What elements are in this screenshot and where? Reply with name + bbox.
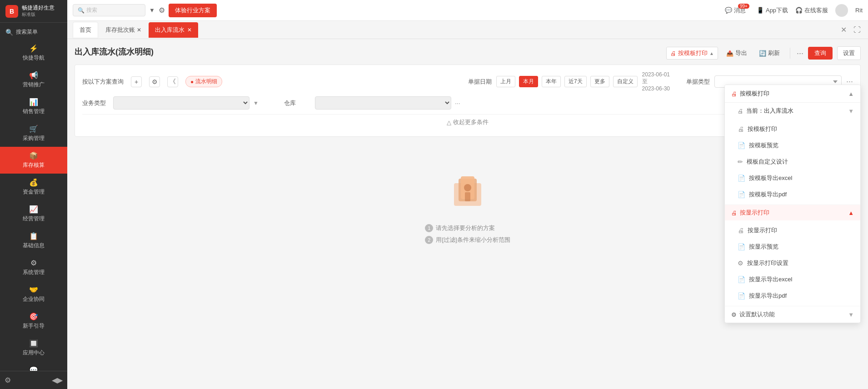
sidebar-item-sales[interactable]: 📊 销售管理 [0, 93, 67, 120]
chevron-up-icon: ▲ [709, 51, 714, 56]
dp-item-display-settings[interactable]: ⚙ 按显示打印设置 [725, 255, 860, 271]
export-button[interactable]: 📤 导出 [723, 47, 751, 59]
date-custom[interactable]: 自定义 [613, 76, 638, 87]
tip-num-1: 1 [425, 224, 433, 232]
refresh-icon: 🔄 [759, 50, 766, 57]
filter-settings-icon[interactable]: ⚙ [149, 76, 160, 87]
print-template-button[interactable]: 🖨 按模板打印 ▲ [666, 47, 718, 60]
sidebar-item-label: 营销推广 [23, 81, 45, 89]
settings-bottom-icon[interactable]: ⚙ [5, 376, 11, 384]
dp-chevron-up-icon[interactable]: ▲ [848, 90, 854, 97]
tab-flow-close-icon[interactable]: ✕ [187, 27, 192, 33]
query-button[interactable]: 查询 [808, 47, 833, 60]
sidebar-item-finance[interactable]: 💰 资金管理 [0, 174, 67, 200]
date-more[interactable]: 更多 [590, 76, 609, 87]
tab-home[interactable]: 首页 [73, 22, 98, 38]
finance-icon: 💰 [29, 178, 38, 187]
sidebar-item-inventory[interactable]: 📦 库存核算 [0, 147, 67, 174]
app-download-button[interactable]: 📱 App下载 [757, 6, 788, 15]
sidebar-item-basic[interactable]: 📋 基础信息 [0, 227, 67, 254]
biz-type-dropdown-icon[interactable]: ▼ [253, 100, 259, 106]
minimize-button[interactable]: ✕ [838, 25, 849, 35]
sales-icon: 📊 [29, 98, 38, 106]
topbar-search-box[interactable]: 🔍 搜索 [73, 4, 145, 16]
add-filter-button[interactable]: + [131, 76, 142, 87]
sidebar-item-system[interactable]: ⚙ 系统管理 [0, 254, 67, 281]
inventory-icon: 📦 [29, 151, 38, 160]
sidebar-item-quicknav[interactable]: ⚡ 快捷导航 [0, 40, 67, 66]
topbar-right: 💬 消息 99+ 📱 App下载 🎧 在线客服 Rit [725, 4, 863, 17]
empty-tip-1: 1 请先选择要分析的方案 [425, 224, 510, 232]
message-button[interactable]: 💬 消息 99+ [725, 6, 746, 15]
sidebar-item-apps[interactable]: 🔲 应用中心 [0, 334, 67, 361]
dp-item-template-preview[interactable]: 📄 按模板预览 [725, 137, 860, 154]
sidebar-item-purchase[interactable]: 🛒 采购管理 [0, 120, 67, 147]
tip-text-2: 用[过滤]条件来缩小分析范围 [436, 236, 510, 244]
dp-header-icon: 🖨 [731, 90, 737, 97]
dp-display-section-header[interactable]: 🖨 按显示打印 ▲ [725, 205, 860, 220]
preview-icon: 📄 [738, 142, 745, 149]
collapse-sidebar-icon[interactable]: ◀▶ [52, 376, 63, 384]
empty-state-icon [445, 170, 490, 215]
sidebar-item-label: 库存核算 [23, 161, 45, 169]
date-last-month[interactable]: 上月 [496, 76, 515, 87]
app-download-label: App下载 [766, 6, 788, 15]
biz-type-select[interactable] [113, 96, 249, 110]
sidebar-item-search[interactable]: 🔍 搜索菜单 [0, 25, 67, 40]
dp-item-display-export-pdf[interactable]: 📄 按显示导出pdf [725, 288, 860, 304]
settings-button[interactable]: 设置 [837, 46, 861, 60]
tab-batch-label: 库存批次账 [105, 26, 135, 33]
sidebar-item-collab[interactable]: 🤝 企业协同 [0, 281, 67, 308]
apps-icon: 🔲 [29, 339, 38, 348]
marketing-icon: 📢 [29, 71, 38, 80]
warehouse-label: 仓库 [284, 99, 311, 107]
date-7days[interactable]: 近7天 [564, 76, 587, 87]
refresh-button[interactable]: 🔄 刷新 [755, 47, 783, 59]
dp-item-display-print[interactable]: 🖨 按显示打印 [725, 222, 860, 239]
topbar-dropdown-icon[interactable]: ▼ [149, 7, 155, 14]
filter-section-label: 按以下方案查询 [82, 78, 124, 86]
more-options-icon[interactable]: ··· [797, 49, 803, 58]
date-this-month[interactable]: 本月 [519, 76, 538, 87]
biz-type-label: 业务类型 [82, 99, 110, 107]
tab-flow[interactable]: 出入库流水 ✕ [149, 22, 198, 38]
dp-item-display-export-excel[interactable]: 📄 按显示导出excel [725, 271, 860, 288]
maximize-button[interactable]: ⛶ [852, 25, 863, 35]
warehouse-select[interactable] [315, 96, 451, 110]
active-filter-tag[interactable]: ● 流水明细 [185, 76, 222, 87]
dp-item-template-print[interactable]: 🖨 按模板打印 [725, 121, 860, 137]
dp-item-label: 按模板打印 [748, 125, 777, 133]
sidebar-item-label: 经营管理 [23, 215, 45, 223]
pdf-icon: 📄 [738, 191, 745, 198]
date-this-year[interactable]: 本年 [542, 76, 561, 87]
sidebar-item-marketing[interactable]: 📢 营销推广 [0, 66, 67, 93]
gear-icon: ⚙ [152, 78, 158, 85]
tab-batch-close-icon[interactable]: ✕ [137, 27, 141, 33]
display-print-section-icon: 🖨 [731, 209, 737, 216]
warehouse-more-icon[interactable]: ··· [455, 100, 460, 107]
sidebar-item-wechat[interactable]: 💬 企业微信 [0, 361, 67, 371]
trial-button[interactable]: 体验行业方案 [169, 4, 217, 17]
online-service-button[interactable]: 🎧 在线客服 [795, 6, 828, 15]
export-icon: 📤 [726, 50, 733, 57]
dp-title: 按模板打印 [740, 90, 769, 98]
dp-item-template-export-excel[interactable]: 📄 按模板导出excel [725, 170, 860, 186]
collapse-filter-icon[interactable]: 《 [167, 76, 178, 87]
sidebar-item-operation[interactable]: 📈 经营管理 [0, 200, 67, 227]
quicknav-icon: ⚡ [29, 44, 38, 53]
topbar-gear-icon[interactable]: ⚙ [159, 6, 165, 15]
dp-item-display-preview[interactable]: 📄 按显示预览 [725, 239, 860, 255]
date-range-display: 2023-06-01 至 2023-06-30 [642, 71, 670, 92]
tab-batch[interactable]: 库存批次账 ✕ [99, 22, 148, 38]
message-badge: 99+ [738, 4, 749, 9]
sidebar-item-guide[interactable]: 🎯 新手引导 [0, 308, 67, 334]
dp-current-item[interactable]: 🖨 当前：出入库流水 ▼ [725, 103, 860, 119]
dp-item-label: 按显示导出pdf [749, 292, 787, 300]
printer-icon: 🖨 [738, 125, 744, 133]
dp-footer-set-default[interactable]: ⚙ 设置默认功能 ▼ [725, 306, 860, 323]
dp-item-template-custom[interactable]: ✏ 模板自定义设计 [725, 154, 860, 170]
divider [790, 48, 790, 59]
dp-item-template-export-pdf[interactable]: 📄 按模板导出pdf [725, 186, 860, 203]
user-avatar[interactable] [835, 4, 848, 17]
warehouse-filter: 仓库 ··· [284, 96, 460, 110]
